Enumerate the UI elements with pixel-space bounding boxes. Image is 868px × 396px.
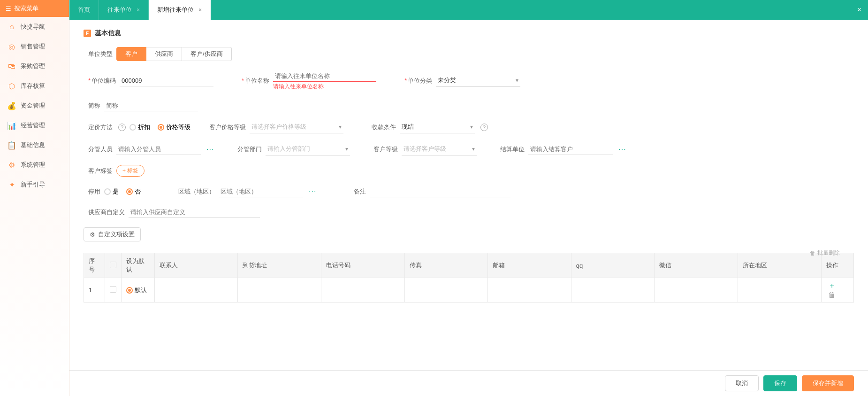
payment-terms-select[interactable]: 现结 ▾ bbox=[400, 121, 475, 133]
short-name-input[interactable] bbox=[104, 100, 198, 111]
custom-settings-button[interactable]: ⚙ 自定义项设置 bbox=[84, 227, 141, 241]
batch-delete-label: 批量删除 bbox=[817, 249, 840, 257]
unit-name-input[interactable] bbox=[273, 70, 376, 82]
manager-more-btn[interactable]: ··· bbox=[206, 145, 214, 154]
sidebar-item-quick-nav[interactable]: ⌂ 快捷导航 bbox=[0, 17, 69, 37]
wechat-input[interactable] bbox=[659, 285, 733, 295]
row-default-radio[interactable]: 默认 bbox=[126, 286, 149, 295]
disable-yes-radio[interactable] bbox=[104, 188, 111, 195]
row-checkbox[interactable] bbox=[110, 286, 116, 293]
cell-phone[interactable] bbox=[321, 278, 405, 303]
table-region-input[interactable] bbox=[743, 285, 816, 295]
qq-input[interactable] bbox=[576, 285, 650, 295]
unit-type-both[interactable]: 客户/供应商 bbox=[182, 47, 232, 61]
tab-partners[interactable]: 往来单位 × bbox=[99, 0, 149, 20]
sidebar-item-operations[interactable]: 📊 经营管理 bbox=[0, 116, 69, 135]
form-section: 单位类型 客户 供应商 客户/供应商 *单位编码 *单位名称 bbox=[84, 47, 854, 218]
section-header: F 基本信息 bbox=[84, 29, 854, 38]
tab-bar-close-all[interactable]: × bbox=[851, 0, 868, 20]
disable-yes[interactable]: 是 bbox=[104, 187, 119, 196]
disable-radio-group: 是 否 bbox=[104, 187, 141, 196]
sidebar: ☰ 搜索菜单 ⌂ 快捷导航 ◎ 销售管理 🛍 采购管理 ⬡ 库存核算 💰 资金管… bbox=[0, 0, 69, 396]
manager-field: 分管人员 ··· bbox=[88, 144, 214, 155]
remark-input[interactable] bbox=[370, 186, 510, 197]
sidebar-search-label: 搜索菜单 bbox=[14, 4, 38, 13]
disable-row: 停用 是 否 区域（地区） ··· bbox=[88, 186, 849, 197]
department-select[interactable]: 请输入分管部门 ▾ bbox=[266, 143, 350, 155]
unit-type-supplier[interactable]: 供应商 bbox=[146, 47, 182, 61]
save-button[interactable]: 保存 bbox=[763, 375, 797, 391]
col-phone: 电话号码 bbox=[321, 253, 405, 278]
sidebar-item-purchase[interactable]: 🛍 采购管理 bbox=[0, 56, 69, 76]
row-add-btn[interactable]: ＋ bbox=[826, 281, 838, 291]
col-default: 设为默认 bbox=[122, 253, 154, 278]
region-input[interactable] bbox=[219, 186, 303, 197]
cell-contact[interactable] bbox=[154, 278, 238, 303]
tab-home[interactable]: 首页 bbox=[69, 0, 99, 20]
pricing-discount-radio[interactable] bbox=[129, 124, 136, 131]
cell-region[interactable] bbox=[738, 278, 822, 303]
cell-wechat[interactable] bbox=[655, 278, 738, 303]
pricing-price-level[interactable]: 价格等级 bbox=[158, 123, 190, 132]
add-tag-button[interactable]: + 标签 bbox=[116, 165, 145, 177]
supplier-custom-field: 供应商自定义 bbox=[88, 207, 849, 218]
sidebar-item-sales[interactable]: ◎ 销售管理 bbox=[0, 37, 69, 56]
customer-level-select[interactable]: 请选择客户等级 ▾ bbox=[402, 143, 477, 155]
action-bar: 取消 保存 保存并新增 bbox=[69, 370, 868, 396]
cell-fax[interactable] bbox=[404, 278, 488, 303]
sidebar-item-finance[interactable]: 💰 资金管理 bbox=[0, 96, 69, 116]
manager-input[interactable] bbox=[116, 144, 201, 155]
unit-type-row: 单位类型 客户 供应商 客户/供应商 bbox=[88, 47, 849, 61]
payment-terms-help-icon[interactable]: ? bbox=[480, 124, 488, 131]
save-and-new-button[interactable]: 保存并新增 bbox=[802, 375, 854, 391]
email-input[interactable] bbox=[493, 285, 566, 295]
custom-settings-label: 自定义项设置 bbox=[98, 230, 135, 239]
cell-qq[interactable] bbox=[571, 278, 655, 303]
sidebar-item-system[interactable]: ⚙ 系统管理 bbox=[0, 155, 69, 175]
select-all-checkbox[interactable] bbox=[110, 262, 116, 268]
tab-new-partner[interactable]: 新增往来单位 × bbox=[149, 0, 211, 20]
pricing-help-icon[interactable]: ? bbox=[118, 124, 126, 131]
sidebar-item-guide[interactable]: ✦ 新手引导 bbox=[0, 175, 69, 194]
disable-no[interactable]: 否 bbox=[126, 187, 141, 196]
cell-address[interactable] bbox=[238, 278, 321, 303]
sidebar-search[interactable]: ☰ 搜索菜单 bbox=[0, 0, 69, 17]
settlement-unit-more-btn[interactable]: ··· bbox=[618, 145, 626, 154]
row-delete-btn[interactable]: 🗑 bbox=[826, 291, 838, 299]
region-more-btn[interactable]: ··· bbox=[309, 187, 316, 196]
search-icon: ☰ bbox=[6, 5, 11, 12]
address-input[interactable] bbox=[243, 285, 316, 295]
disable-no-radio[interactable] bbox=[126, 188, 133, 195]
fax-input[interactable] bbox=[410, 285, 483, 295]
cell-seq: 1 bbox=[84, 278, 105, 303]
pricing-discount[interactable]: 折扣 bbox=[129, 123, 150, 132]
cancel-button[interactable]: 取消 bbox=[725, 375, 759, 391]
default-radio-circle[interactable] bbox=[126, 287, 133, 294]
unit-category-select[interactable]: 未分类 ▾ bbox=[436, 74, 520, 87]
main-area: 首页 往来单位 × 新增往来单位 × × F 基本信息 单位类型 客户 bbox=[69, 0, 868, 396]
customer-level-field: 客户等级 请选择客户等级 ▾ bbox=[373, 143, 477, 155]
cell-email[interactable] bbox=[488, 278, 571, 303]
unit-category-chevron: ▾ bbox=[516, 77, 518, 84]
sidebar-item-inventory[interactable]: ⬡ 库存核算 bbox=[0, 76, 69, 96]
unit-name-field: *单位名称 请输入往来单位名称 bbox=[242, 70, 376, 91]
sales-icon: ◎ bbox=[8, 42, 16, 51]
unit-type-field: 单位类型 客户 供应商 客户/供应商 bbox=[88, 47, 849, 61]
unit-type-customer[interactable]: 客户 bbox=[116, 47, 146, 61]
tab-new-partner-close[interactable]: × bbox=[198, 7, 202, 13]
tags-row: 客户标签 + 标签 bbox=[88, 165, 849, 177]
col-fax: 传真 bbox=[404, 253, 488, 278]
pricing-radio-group: 折扣 价格等级 bbox=[129, 123, 190, 132]
unit-code-input[interactable] bbox=[120, 75, 213, 86]
customer-price-level-select[interactable]: 请选择客户价格等级 ▾ bbox=[250, 121, 343, 133]
contact-input[interactable] bbox=[160, 285, 233, 295]
phone-input[interactable] bbox=[326, 285, 400, 295]
supplier-custom-input[interactable] bbox=[129, 207, 260, 218]
batch-delete-button[interactable]: 🗑 批量删除 bbox=[810, 249, 840, 257]
supplier-custom-label: 供应商自定义 bbox=[88, 208, 125, 217]
tab-partners-close[interactable]: × bbox=[137, 7, 140, 13]
settlement-unit-input[interactable] bbox=[528, 144, 613, 155]
pricing-price-level-radio[interactable] bbox=[158, 124, 164, 131]
sidebar-item-basic-info[interactable]: 📋 基础信息 bbox=[0, 135, 69, 155]
short-name-row: 简称 bbox=[88, 100, 849, 111]
